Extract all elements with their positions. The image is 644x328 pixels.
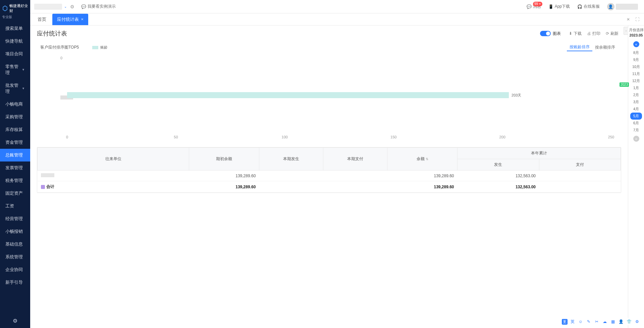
sidebar-item-4[interactable]: 批发管理▼	[0, 79, 30, 98]
month-item-10[interactable]: 6月	[630, 120, 642, 127]
chart-bar-0[interactable]	[67, 92, 509, 98]
sort-icon[interactable]: ⇅	[426, 157, 428, 161]
col-company: 往来单位	[105, 156, 121, 161]
sidebar-item-18[interactable]: 企业协同	[0, 263, 30, 276]
ime-tool-5-icon[interactable]: ▦	[610, 319, 616, 325]
tab-home[interactable]: 首页	[33, 14, 51, 25]
month-item-7[interactable]: 3月	[630, 99, 642, 106]
chevron-down-icon: ▼	[22, 87, 25, 90]
sidebar-item-19[interactable]: 新手引导	[0, 276, 30, 289]
user-menu[interactable]: 👤 ████	[605, 3, 640, 10]
col-balance: 余额	[417, 156, 425, 161]
month-item-5[interactable]: 1月	[630, 84, 642, 91]
user-name-redacted: ████	[616, 4, 638, 10]
cell-current-pay	[323, 171, 387, 181]
sidebar-item-label: 税务管理	[5, 178, 23, 184]
month-item-3[interactable]: 11月	[630, 70, 642, 77]
sidebar-item-8[interactable]: 资金管理	[0, 136, 30, 149]
x-tick: 150	[390, 135, 396, 139]
toggle-label: 图表	[553, 31, 561, 37]
ime-tool-2-icon[interactable]: ✎	[586, 319, 592, 325]
tab-current[interactable]: 应付统计表 ✕	[52, 14, 88, 25]
sidebar-item-11[interactable]: 税务管理	[0, 174, 30, 187]
month-item-6[interactable]: 2月	[630, 91, 642, 99]
ime-badge[interactable]: 王	[562, 319, 568, 325]
tab-close-icon[interactable]: ✕	[81, 17, 84, 21]
sidebar-item-5[interactable]: 小畅电商	[0, 98, 30, 111]
app-download-button[interactable]: 📱 App下载	[546, 4, 572, 9]
total-balance: 139,289.60	[387, 181, 458, 193]
sidebar-item-1[interactable]: 快捷导航	[0, 35, 30, 48]
sidebar-item-14[interactable]: 经营管理	[0, 212, 30, 225]
month-next-button[interactable]: »	[633, 136, 639, 142]
company-selector[interactable]: █████ ⌄	[34, 4, 67, 10]
sidebar-item-3[interactable]: 零售管理▼	[0, 60, 30, 79]
sidebar-item-0[interactable]: 搜索菜单	[0, 22, 30, 35]
month-item-9[interactable]: 5月	[630, 113, 642, 120]
settings-icon[interactable]: ⚙	[13, 318, 17, 324]
sidebar-item-label: 库存核算	[5, 127, 23, 133]
month-prev-button[interactable]: «	[633, 41, 639, 47]
year-badge: 2023	[620, 82, 629, 87]
sidebar-item-label: 发票管理	[5, 165, 23, 171]
ime-toolbar: 王 英 ☺ ✎ ✂ ☁ ▦ 👤 👕 ⚙	[560, 318, 641, 325]
month-item-11[interactable]: 7月	[630, 127, 642, 134]
month-item-0[interactable]: 8月	[630, 49, 642, 56]
chart-legend: 账龄	[92, 45, 108, 50]
ime-tool-6-icon[interactable]: 👤	[618, 319, 624, 325]
sidebar-item-9[interactable]: 总账管理	[0, 149, 30, 161]
total-current-occur	[259, 181, 323, 193]
table-row[interactable]: 139,289.60 139,289.60 132,563.00	[38, 171, 621, 181]
ime-tool-4-icon[interactable]: ☁	[602, 319, 608, 325]
sort-by-age[interactable]: 按账龄排序	[567, 44, 592, 51]
refresh-button[interactable]: ⟳ 刷新	[603, 31, 621, 37]
ime-tool-3-icon[interactable]: ✂	[594, 319, 600, 325]
sort-by-balance[interactable]: 按余额排序	[592, 44, 618, 51]
sidebar-item-12[interactable]: 固定资产	[0, 187, 30, 200]
sidebar-item-13[interactable]: 工资	[0, 200, 30, 212]
month-item-4[interactable]: 12月	[630, 77, 642, 84]
ime-tool-8-icon[interactable]: ⚙	[634, 319, 640, 325]
tab-home-label: 首页	[38, 16, 46, 22]
ime-lang[interactable]: 英	[570, 319, 576, 325]
sidebar-item-15[interactable]: 小畅报销	[0, 225, 30, 238]
ime-tool-1-icon[interactable]: ☺	[578, 319, 584, 325]
company-name-redacted: █████	[34, 4, 62, 10]
chart-y-tick-0: 0	[60, 56, 62, 60]
page-title: 应付统计表	[37, 29, 67, 38]
month-item-1[interactable]: 9月	[630, 56, 642, 63]
sidebar-item-label: 固定资产	[5, 190, 23, 196]
logo-icon	[2, 5, 8, 11]
month-panel-header: 月份选择	[629, 27, 644, 32]
panel-collapse-handle[interactable]: ›	[624, 27, 628, 35]
sidebar-item-17[interactable]: 系统管理	[0, 251, 30, 263]
row-company-redacted	[41, 173, 54, 177]
sidebar-item-10[interactable]: 发票管理	[0, 161, 30, 174]
messages-button[interactable]: 💬 消息 99 +	[525, 4, 543, 9]
fullscreen-icon[interactable]: ⛶	[633, 15, 641, 24]
sidebar-item-2[interactable]: 项目合同	[0, 48, 30, 60]
demo-link[interactable]: 💬 我要看实例演示	[81, 4, 116, 9]
company-settings-icon[interactable]: ⚙	[70, 4, 74, 9]
toggle-switch[interactable]	[540, 31, 551, 36]
x-tick: 100	[282, 135, 288, 139]
header: █████ ⌄ ⚙ 💬 我要看实例演示 💬 消息 99 + 📱 App下载 🎧 …	[30, 0, 644, 13]
sidebar-item-16[interactable]: 基础信息	[0, 238, 30, 251]
download-button[interactable]: ⬇ 下载	[566, 31, 584, 37]
legend-color-swatch	[92, 46, 98, 49]
support-button[interactable]: 🎧 在线客服	[575, 4, 602, 9]
ime-tool-7-icon[interactable]: 👕	[626, 319, 632, 325]
month-item-2[interactable]: 10月	[630, 63, 642, 70]
sidebar-item-6[interactable]: 采购管理	[0, 111, 30, 123]
messages-badge: 99 +	[533, 2, 542, 6]
col-ytd: 本年累计	[531, 151, 547, 155]
print-button[interactable]: 🖨 打印	[584, 31, 603, 37]
chart-toggle[interactable]: 图表	[540, 31, 561, 37]
support-label: 在线客服	[584, 4, 600, 9]
close-all-tabs-icon[interactable]: ✕	[625, 15, 632, 24]
month-item-8[interactable]: 4月	[630, 106, 642, 113]
x-tick: 200	[499, 135, 505, 139]
sidebar-item-7[interactable]: 库存核算	[0, 123, 30, 136]
refresh-label: 刷新	[610, 31, 619, 37]
sidebar-item-label: 小畅电商	[5, 101, 23, 107]
